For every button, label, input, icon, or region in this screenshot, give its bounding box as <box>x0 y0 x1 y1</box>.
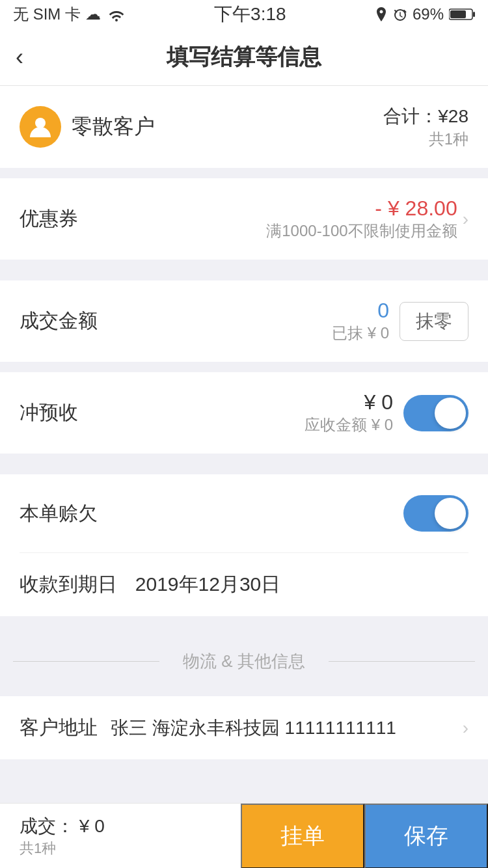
content: 零散客户 合计：¥28 共1种 优惠券 - ¥ 28.00 满1000-100不… <box>0 86 488 848</box>
bottom-summary: 成交： ¥ 0 共1种 <box>0 814 241 858</box>
address-section: 客户地址 张三 海淀永丰科技园 11111111111 › <box>0 696 488 759</box>
debt-label: 本单赊欠 <box>20 500 98 527</box>
prepaid-label: 冲预收 <box>20 400 78 426</box>
transaction-value-col: 0 已抹 ¥ 0 <box>332 299 389 344</box>
toggle-knob <box>435 398 466 429</box>
status-time: 下午3:18 <box>214 2 286 27</box>
bottom-bar: 成交： ¥ 0 共1种 挂单 保存 <box>0 803 488 868</box>
battery-icon <box>449 8 475 21</box>
prepaid-sub: 应收金额 ¥ 0 <box>305 414 393 435</box>
coupon-row[interactable]: 优惠券 - ¥ 28.00 满1000-100不限制使用金额 › <box>0 178 488 260</box>
customer-name: 零散客户 <box>72 113 155 141</box>
due-date-value: 2019年12月30日 <box>135 573 280 595</box>
coupon-label: 优惠券 <box>20 206 78 232</box>
separator-4 <box>0 686 488 696</box>
coupon-right: - ¥ 28.00 满1000-100不限制使用金额 › <box>266 197 468 241</box>
chevron-right-icon: › <box>463 209 468 230</box>
customer-total: 合计：¥28 共1种 <box>383 104 468 150</box>
separator-1 <box>0 270 488 280</box>
customer-row: 零散客户 合计：¥28 共1种 <box>0 86 488 168</box>
debt-section: 本单赊欠 收款到期日 2019年12月30日 <box>0 474 488 616</box>
debt-row: 本单赊欠 <box>20 474 468 553</box>
debt-toggle[interactable] <box>403 495 468 532</box>
address-row[interactable]: 客户地址 张三 海淀永丰科技园 11111111111 › <box>20 696 468 759</box>
location-icon <box>375 7 388 21</box>
address-label: 客户地址 <box>20 714 98 741</box>
deal-amount: ¥ 0 <box>79 816 105 836</box>
back-button[interactable]: ‹ <box>16 44 23 71</box>
separator-2 <box>0 464 488 474</box>
round-zero-button[interactable]: 抹零 <box>400 302 468 341</box>
coupon-amount: - ¥ 28.00 <box>266 197 457 221</box>
nav-bar: ‹ 填写结算等信息 <box>0 29 488 86</box>
separator-3 <box>0 627 488 637</box>
debt-toggle-knob <box>435 498 466 529</box>
address-value: 张三 海淀永丰科技园 11111111111 <box>111 716 463 740</box>
page-title: 填写结算等信息 <box>167 42 321 72</box>
status-bar-left: 无 SIM 卡 ☁ <box>13 4 126 25</box>
transaction-section: 成交金额 0 已抹 ¥ 0 抹零 <box>0 280 488 362</box>
alarm-icon <box>393 7 407 21</box>
total-amount: 合计：¥28 <box>383 104 468 129</box>
due-date-row: 收款到期日 2019年12月30日 <box>20 553 468 616</box>
person-icon <box>27 114 53 140</box>
customer-avatar <box>20 106 61 148</box>
transaction-sub: 已抹 ¥ 0 <box>332 323 389 344</box>
coupon-info: - ¥ 28.00 满1000-100不限制使用金额 <box>266 197 457 241</box>
transaction-label: 成交金额 <box>20 308 98 334</box>
deal-text: 成交： <box>20 816 74 836</box>
status-bar: 无 SIM 卡 ☁ 下午3:18 69% <box>0 0 488 29</box>
status-bar-right: 69% <box>375 5 475 23</box>
prepaid-section: 冲预收 ¥ 0 应收金额 ¥ 0 <box>0 372 488 454</box>
bottom-count: 共1种 <box>20 839 241 858</box>
transaction-value: 0 <box>332 299 389 323</box>
prepaid-right: ¥ 0 应收金额 ¥ 0 <box>305 390 468 435</box>
prepaid-row: 冲预收 ¥ 0 应收金额 ¥ 0 <box>20 372 468 454</box>
bottom-deal: 成交： ¥ 0 <box>20 814 241 839</box>
logistics-label: 物流 & 其他信息 <box>183 650 305 673</box>
prepaid-amount: ¥ 0 <box>305 390 393 414</box>
battery-label: 69% <box>413 5 444 23</box>
no-sim-label: 无 SIM 卡 ☁ <box>13 4 101 25</box>
svg-rect-3 <box>450 10 466 18</box>
coupon-desc: 满1000-100不限制使用金额 <box>266 221 457 241</box>
total-count: 共1种 <box>383 129 468 150</box>
transaction-right: 0 已抹 ¥ 0 抹零 <box>332 299 468 344</box>
svg-point-4 <box>35 118 46 128</box>
save-button[interactable]: 保存 <box>364 804 488 869</box>
hold-button[interactable]: 挂单 <box>241 804 364 869</box>
transaction-row: 成交金额 0 已抹 ¥ 0 抹零 <box>20 280 468 362</box>
prepaid-value-col: ¥ 0 应收金额 ¥ 0 <box>305 390 393 435</box>
wifi-icon <box>107 7 126 21</box>
due-date-label: 收款到期日 <box>20 573 117 595</box>
customer-left: 零散客户 <box>20 106 155 148</box>
address-chevron-icon: › <box>463 718 468 739</box>
svg-rect-2 <box>473 12 475 17</box>
prepaid-toggle[interactable] <box>403 395 468 431</box>
logistics-divider: 物流 & 其他信息 <box>0 637 488 686</box>
